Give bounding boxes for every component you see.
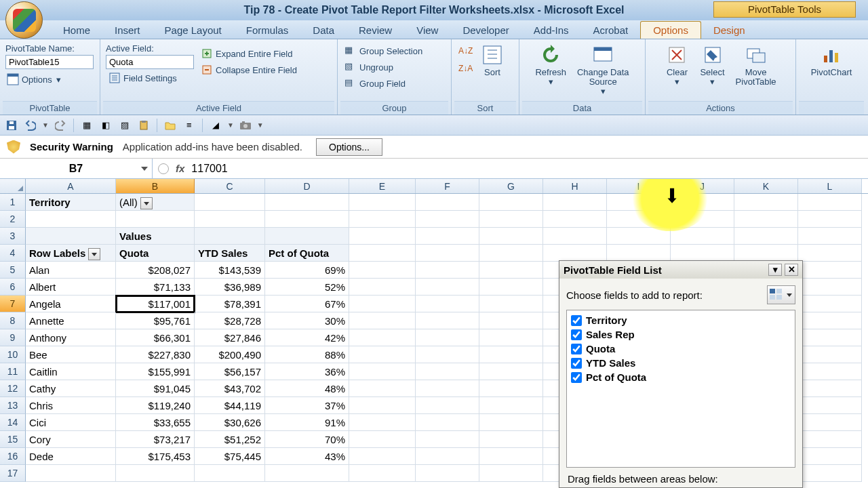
cell[interactable] xyxy=(734,211,798,228)
tab-options[interactable]: Options xyxy=(640,21,701,39)
field-checkbox[interactable] xyxy=(571,315,582,326)
cell[interactable] xyxy=(349,312,416,329)
cell[interactable] xyxy=(416,448,479,465)
cell[interactable] xyxy=(349,296,416,312)
field-list-view-button[interactable] xyxy=(767,285,795,304)
cell[interactable] xyxy=(265,211,349,228)
column-header-L[interactable]: L xyxy=(798,179,862,193)
cell[interactable] xyxy=(349,363,416,380)
cell[interactable]: Territory xyxy=(26,194,116,211)
cell[interactable]: Angela xyxy=(26,296,116,312)
cell[interactable] xyxy=(265,228,349,245)
field-list-item[interactable]: Territory xyxy=(571,313,791,327)
cell[interactable] xyxy=(479,380,543,397)
cell[interactable] xyxy=(798,380,862,397)
row-header[interactable]: 13 xyxy=(0,397,26,414)
cell[interactable]: $51,252 xyxy=(195,431,265,448)
row-header[interactable]: 8 xyxy=(0,312,26,329)
open-button[interactable] xyxy=(163,118,178,133)
cell[interactable]: Annette xyxy=(26,312,116,329)
tab-developer[interactable]: Developer xyxy=(450,22,521,39)
column-header-B[interactable]: B xyxy=(116,179,195,193)
cell[interactable] xyxy=(349,279,416,296)
cell[interactable]: 43% xyxy=(265,448,349,465)
cell[interactable] xyxy=(671,228,734,245)
cell[interactable]: 42% xyxy=(265,329,349,346)
row-header[interactable]: 14 xyxy=(0,414,26,431)
cell[interactable]: Alan xyxy=(26,262,116,279)
column-header-K[interactable]: K xyxy=(734,179,798,193)
cell[interactable]: $27,846 xyxy=(195,329,265,346)
column-header-I[interactable]: I xyxy=(607,179,671,193)
tab-add-ins[interactable]: Add-Ins xyxy=(521,22,581,39)
tab-design[interactable]: Design xyxy=(701,22,757,39)
field-checkbox[interactable] xyxy=(571,344,582,354)
cell[interactable] xyxy=(349,346,416,363)
cell[interactable]: 67% xyxy=(265,296,349,312)
field-list-item[interactable]: YTD Sales xyxy=(571,356,791,370)
cell[interactable] xyxy=(116,211,195,228)
active-field-input[interactable] xyxy=(106,55,194,69)
chevron-down-icon[interactable]: ▼ xyxy=(42,121,49,129)
fx-icon[interactable]: fx xyxy=(176,163,184,174)
chevron-down-icon[interactable]: ▾ xyxy=(768,264,782,276)
sort-desc-button[interactable]: Z↓A xyxy=(456,62,473,77)
field-list-item[interactable]: Quota xyxy=(571,342,791,356)
cell[interactable] xyxy=(349,194,416,211)
cell[interactable] xyxy=(543,194,607,211)
row-header[interactable]: 2 xyxy=(0,211,26,228)
cell[interactable] xyxy=(798,397,862,414)
row-header[interactable]: 9 xyxy=(0,329,26,346)
expand-field-button[interactable]: Expand Entire Field xyxy=(198,46,300,61)
row-header[interactable]: 1 xyxy=(0,194,26,211)
cell[interactable] xyxy=(479,414,543,431)
column-header-E[interactable]: E xyxy=(349,179,416,193)
cell[interactable]: $36,989 xyxy=(195,279,265,296)
cell[interactable] xyxy=(416,380,479,397)
cell[interactable] xyxy=(265,194,349,211)
cell[interactable] xyxy=(798,228,862,245)
cell[interactable]: 52% xyxy=(265,279,349,296)
cell[interactable] xyxy=(798,262,862,279)
cell[interactable] xyxy=(195,211,265,228)
cell[interactable] xyxy=(416,245,479,262)
cell[interactable] xyxy=(798,296,862,312)
select-button[interactable]: Select▾ xyxy=(696,42,728,88)
cell[interactable]: 91% xyxy=(265,414,349,431)
cell[interactable]: $175,453 xyxy=(116,448,195,465)
row-header[interactable]: 3 xyxy=(0,228,26,245)
cell[interactable]: $73,217 xyxy=(116,431,195,448)
qat-button[interactable]: ▦ xyxy=(79,118,94,133)
cell[interactable] xyxy=(607,228,671,245)
cell[interactable] xyxy=(734,228,798,245)
cell[interactable] xyxy=(479,312,543,329)
cell[interactable]: $56,157 xyxy=(195,363,265,380)
cell[interactable] xyxy=(798,363,862,380)
formula-value[interactable]: 117001 xyxy=(191,163,227,175)
cell[interactable] xyxy=(543,211,607,228)
cell[interactable]: $119,240 xyxy=(116,397,195,414)
cell[interactable]: $227,830 xyxy=(116,346,195,363)
cell[interactable] xyxy=(349,397,416,414)
chevron-down-icon[interactable]: ▼ xyxy=(257,121,264,129)
cell[interactable] xyxy=(671,194,734,211)
cell[interactable]: $95,761 xyxy=(116,312,195,329)
qat-button[interactable]: ◧ xyxy=(98,118,113,133)
cell[interactable]: $117,001 xyxy=(116,296,195,312)
cell[interactable] xyxy=(734,194,798,211)
cell[interactable] xyxy=(479,397,543,414)
move-pivottable-button[interactable]: Move PivotTable xyxy=(732,42,781,88)
cell[interactable]: Anthony xyxy=(26,329,116,346)
cell[interactable] xyxy=(671,211,734,228)
cell[interactable] xyxy=(349,245,416,262)
cell[interactable] xyxy=(416,262,479,279)
cell[interactable] xyxy=(607,194,671,211)
pivottable-name-input[interactable] xyxy=(5,55,94,69)
column-header-J[interactable]: J xyxy=(671,179,734,193)
undo-button[interactable] xyxy=(23,118,38,133)
cell[interactable] xyxy=(479,329,543,346)
close-icon[interactable]: ✕ xyxy=(785,264,798,276)
cell[interactable]: Cathy xyxy=(26,380,116,397)
cell[interactable] xyxy=(607,245,671,262)
cell[interactable] xyxy=(195,194,265,211)
